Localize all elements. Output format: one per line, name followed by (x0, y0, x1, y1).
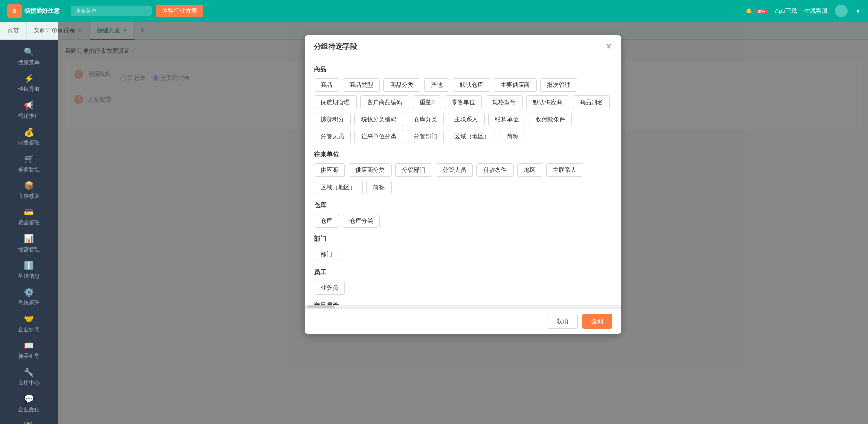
field-chip[interactable]: 主联系人 (448, 113, 485, 126)
field-chip[interactable]: 商品别名 (573, 95, 610, 109)
field-chip[interactable]: 默认仓库 (453, 78, 490, 92)
sidebar-item-operations[interactable]: 📊 经营管理 (0, 230, 58, 257)
modal-header: 分组待选字段 ✕ (305, 40, 621, 58)
field-chip[interactable]: 主联系人 (546, 163, 583, 177)
sidebar-item-sales[interactable]: 💰 销售管理 (0, 124, 58, 150)
marketing-icon: 📢 (24, 100, 34, 110)
field-chip[interactable]: 区域（地区） (448, 130, 496, 143)
field-chip[interactable]: 产地 (424, 78, 449, 92)
sidebar-item-guide[interactable]: 📖 新手引导 (0, 337, 58, 364)
confirm-button[interactable]: 查询 (582, 314, 612, 329)
section-goods-attr: 商品属性 属性 颜色 多规格 尺码 鞋码 1 (314, 302, 612, 305)
notification-area[interactable]: 🔔 99+ (745, 8, 768, 14)
sidebar-item-app-center[interactable]: 🔧 应用中心 (0, 364, 58, 391)
field-chip[interactable]: 重量3 (413, 95, 441, 109)
sidebar-item-system[interactable]: ⚙️ 系统管理 (0, 284, 58, 310)
tab-home-label: 首页 (7, 27, 19, 35)
field-chip[interactable]: 简称 (366, 181, 392, 194)
field-chip[interactable]: 规格型号 (486, 95, 523, 109)
user-arrow[interactable]: ▼ (855, 8, 861, 14)
field-chip[interactable]: 供应商 (314, 163, 345, 177)
field-chip[interactable]: 拣货积分 (314, 113, 351, 126)
field-chip[interactable]: 仓库分类 (343, 214, 380, 228)
sidebar-item-purchase[interactable]: 🛒 采购管理 (0, 150, 58, 177)
app-download-link[interactable]: App下载 (775, 7, 797, 15)
avatar[interactable] (835, 5, 848, 17)
finance-icon: 💳 (24, 207, 34, 217)
field-chip[interactable]: 部门 (314, 248, 339, 261)
sidebar-item-purchase-label: 采购管理 (18, 166, 40, 173)
top-navbar: 6 畅捷通好生意 体验行业方案 🔔 99+ App下载 在线客服 ▼ (0, 0, 868, 22)
modal-hscroll-thumb (307, 305, 335, 308)
sidebar-item-finance[interactable]: 💳 资金管理 (0, 204, 58, 230)
sidebar-item-marketing[interactable]: 📢 营销推广 (0, 97, 58, 124)
section-department: 部门 部门 (314, 235, 612, 261)
search-input[interactable] (71, 6, 152, 16)
main-layout: 🔍 搜索菜单 ⚡ 快捷导航 📢 营销推广 💰 销售管理 🛒 采购管理 📦 库存核… (0, 40, 868, 424)
sidebar-item-search-label: 搜索菜单 (18, 59, 40, 67)
purchase-icon: 🛒 (24, 154, 34, 164)
section-goods-attr-title: 商品属性 (314, 302, 612, 305)
field-chip[interactable]: 付款条件 (476, 163, 514, 177)
app-center-icon: 🔧 (24, 367, 34, 377)
logo-icon: 6 (7, 4, 22, 18)
field-chip[interactable]: 仓库分类 (407, 113, 444, 126)
section-contacts-fields: 供应商 供应商分类 分管部门 分管人员 付款条件 地区 主联系人 区域（地区） … (314, 163, 612, 194)
sidebar-item-wechat[interactable]: 💬 企业微信 (0, 391, 58, 417)
section-goods: 商品 商品 商品类型 商品分类 产地 默认仓库 主要供应商 批次管理 保质期管理… (314, 66, 612, 143)
sidebar-item-inventory[interactable]: 📦 库存核算 (0, 177, 58, 204)
basic-info-icon: ℹ️ (24, 261, 34, 271)
logo-text: 畅捷通好生意 (24, 7, 60, 15)
experience-btn[interactable]: 体验行业方案 (156, 5, 203, 17)
field-chip[interactable]: 主要供应商 (494, 78, 537, 92)
section-contacts: 往来单位 供应商 供应商分类 分管部门 分管人员 付款条件 地区 主联系人 区域… (314, 151, 612, 194)
section-contacts-title: 往来单位 (314, 151, 612, 159)
modal-close-button[interactable]: ✕ (605, 42, 612, 52)
field-chip[interactable]: 分管部门 (395, 163, 432, 177)
sidebar-item-inventory-label: 库存核算 (18, 192, 40, 200)
field-chip[interactable]: 默认供应商 (526, 95, 569, 109)
sidebar-item-quick-nav[interactable]: ⚡ 快捷导航 (0, 70, 58, 97)
modal-body: 商品 商品 商品类型 商品分类 产地 默认仓库 主要供应商 批次管理 保质期管理… (305, 58, 621, 305)
field-chip[interactable]: 业务员 (314, 281, 345, 295)
field-chip[interactable]: 分管人员 (436, 163, 473, 177)
field-chip[interactable]: 结算单位 (488, 113, 525, 126)
field-chip[interactable]: 零售单位 (445, 95, 482, 109)
sidebar-item-basic-info-label: 基础信息 (18, 272, 40, 280)
section-department-title: 部门 (314, 235, 612, 243)
section-goods-fields: 商品 商品类型 商品分类 产地 默认仓库 主要供应商 批次管理 保质期管理 客户… (314, 78, 612, 143)
search-icon: 🔍 (24, 47, 34, 57)
content-area: 采购订单执行表方案设置 1 选择模板 汇总表 交叉统计表 2 方案配置 (58, 40, 868, 424)
online-service-link[interactable]: 在线客服 (804, 7, 828, 15)
field-chip[interactable]: 简称 (500, 130, 525, 143)
field-chip[interactable]: 地区 (517, 163, 542, 177)
field-chip[interactable]: 收付款条件 (529, 113, 572, 126)
sidebar-item-basic-info[interactable]: ℹ️ 基础信息 (0, 257, 58, 284)
sidebar-item-search[interactable]: 🔍 搜索菜单 (0, 43, 58, 70)
field-chip[interactable]: 商品分类 (383, 78, 420, 92)
field-chip[interactable]: 区域（地区） (314, 181, 363, 194)
field-chip[interactable]: 批次管理 (540, 78, 577, 92)
operations-icon: 📊 (24, 234, 34, 244)
guide-icon: 📖 (24, 341, 34, 351)
section-warehouse: 仓库 仓库 仓库分类 (314, 201, 612, 228)
field-chip[interactable]: 客户商品编码 (360, 95, 409, 109)
field-chip[interactable]: 分管部门 (407, 130, 444, 143)
field-chip[interactable]: 仓库 (314, 214, 339, 228)
sidebar-item-vip[interactable]: 👑 畅会员 (0, 417, 58, 424)
field-chip[interactable]: 分管人员 (314, 130, 351, 143)
system-icon: ⚙️ (24, 287, 34, 297)
section-employee-title: 员工 (314, 268, 612, 276)
sidebar-item-enterprise-label: 企业协同 (18, 326, 40, 333)
sidebar-item-enterprise[interactable]: 🤝 企业协同 (0, 310, 58, 337)
cancel-button[interactable]: 取消 (547, 314, 578, 329)
sidebar-item-app-center-label: 应用中心 (18, 379, 40, 387)
field-chip[interactable]: 税收分类编码 (354, 113, 403, 126)
field-chip[interactable]: 供应商分类 (349, 163, 392, 177)
field-chip[interactable]: 往来单位分类 (354, 130, 403, 143)
tab-home[interactable]: 首页 (0, 22, 27, 40)
field-chip[interactable]: 保质期管理 (314, 95, 357, 109)
sidebar-item-wechat-label: 企业微信 (18, 406, 40, 414)
field-chip[interactable]: 商品类型 (343, 78, 380, 92)
field-chip[interactable]: 商品 (314, 78, 339, 92)
